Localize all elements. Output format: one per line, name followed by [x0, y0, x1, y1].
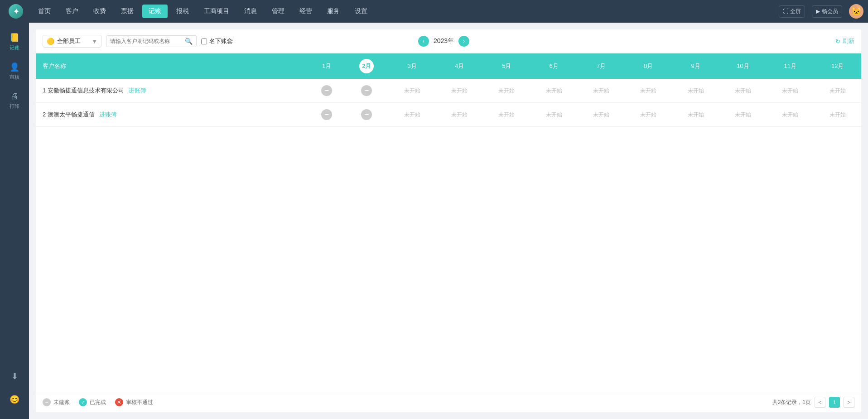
cell-month_6: 未开始: [530, 79, 578, 103]
col-month-1: 1月: [309, 53, 345, 79]
checkbox-account[interactable]: [201, 39, 207, 44]
page-1-button[interactable]: 1: [829, 397, 840, 408]
vip-icon: ▶: [816, 8, 820, 14]
cell-month_11: 未开始: [767, 79, 814, 103]
year-label: 2023年: [434, 37, 454, 45]
cell-month_6: 未开始: [530, 103, 578, 127]
client-name-cell: 1 安徽畅捷通信息技术有限公司进账簿: [36, 79, 309, 103]
sidebar-bottom: ⬇ 😊: [10, 366, 19, 419]
col-month-5: 5月: [483, 53, 530, 79]
col-month-4: 4月: [436, 53, 483, 79]
col-month-6: 6月: [530, 53, 578, 79]
nav-bookkeeping[interactable]: 记账: [142, 5, 168, 18]
enter-ledger-link[interactable]: 进账簿: [129, 87, 146, 94]
checkbox-label[interactable]: 名下账套: [201, 37, 233, 45]
sidebar-item-audit-label: 审核: [10, 74, 19, 81]
refresh-button[interactable]: ↻ 刷新: [835, 37, 854, 45]
prev-page-button[interactable]: <: [815, 397, 825, 408]
status-minus-icon[interactable]: −: [321, 85, 332, 96]
cell-month_4: 未开始: [436, 79, 483, 103]
nav-settings[interactable]: 设置: [348, 5, 374, 18]
content: 🟡 全部员工 ▼ 🔍 名下账套 ‹ 2023年 ›: [29, 23, 868, 419]
enter-ledger-link[interactable]: 进账簿: [99, 111, 117, 118]
nav-right: ⛶ 全屏 ▶ 畅会员 🐱: [779, 4, 863, 19]
current-month-badge: 2月: [359, 59, 374, 73]
user-icon: 😊: [10, 395, 19, 405]
print-icon: 🖨: [10, 92, 19, 101]
cell-month_7: 未开始: [578, 79, 625, 103]
client-name-cell: 2 澳澳太平畅捷通信进账簿: [36, 103, 309, 127]
not-started-label: 未开始: [404, 111, 420, 118]
refresh-icon: ↻: [835, 38, 840, 45]
cell-month_2[interactable]: −: [345, 79, 388, 103]
nav-fee[interactable]: 收费: [87, 5, 112, 18]
nav-business[interactable]: 工商项目: [198, 5, 236, 18]
employee-label: 全部员工: [57, 37, 81, 45]
employee-select[interactable]: 🟡 全部员工 ▼: [43, 35, 101, 48]
search-input[interactable]: [110, 38, 182, 44]
not-started-label: 未开始: [451, 87, 468, 94]
nav-manage[interactable]: 管理: [265, 5, 291, 18]
search-icon[interactable]: 🔍: [185, 38, 193, 45]
nav-tax[interactable]: 报税: [170, 5, 195, 18]
nav-client[interactable]: 客户: [59, 5, 85, 18]
main-layout: 📒 记账 👤 审核 🖨 打印 ⬇ 😊 🟡 全部员工: [0, 23, 868, 419]
not-started-label: 未开始: [688, 87, 704, 94]
vip-button[interactable]: ▶ 畅会员: [812, 5, 842, 18]
status-minus-icon[interactable]: −: [321, 109, 332, 120]
cell-month_2[interactable]: −: [345, 103, 388, 127]
search-box: 🔍: [106, 35, 197, 47]
col-month-7: 7月: [578, 53, 625, 79]
logo: ✦: [5, 4, 27, 19]
sidebar-item-bookkeeping[interactable]: 📒 记账: [0, 27, 29, 57]
nav-message[interactable]: 消息: [238, 5, 263, 18]
footer: − 未建账 ✓ 已完成 ✕ 审核不通过 共2条记录，1页 < 1 >: [36, 392, 861, 412]
legend-complete-label: 已完成: [90, 399, 106, 406]
total-label: 共2条记录，1页: [772, 399, 811, 406]
client-name: 澳澳太平畅捷通信: [48, 111, 95, 118]
download-icon: ⬇: [11, 371, 18, 381]
sidebar-item-audit[interactable]: 👤 审核: [0, 57, 29, 86]
col-month-3: 3月: [389, 53, 436, 79]
nav-service[interactable]: 服务: [321, 5, 346, 18]
cell-month_12: 未开始: [814, 79, 861, 103]
client-name: 安徽畅捷通信息技术有限公司: [48, 87, 124, 94]
cell-month_12: 未开始: [814, 103, 861, 127]
legend-not-built-label: 未建账: [53, 399, 70, 406]
client-index: 2: [43, 111, 48, 118]
sidebar-user[interactable]: 😊: [10, 389, 19, 410]
prev-year-button[interactable]: ‹: [418, 36, 429, 47]
sidebar: 📒 记账 👤 审核 🖨 打印 ⬇ 😊: [0, 23, 29, 419]
client-index: 1: [43, 87, 48, 94]
fullscreen-label: 全屏: [790, 8, 801, 15]
col-month-9: 9月: [672, 53, 719, 79]
col-month-12: 12月: [814, 53, 861, 79]
next-page-button[interactable]: >: [844, 397, 854, 408]
nav-home[interactable]: 首页: [32, 5, 57, 18]
sidebar-item-print-label: 打印: [10, 103, 19, 110]
cell-month_1[interactable]: −: [309, 103, 345, 127]
not-started-label: 未开始: [735, 87, 751, 94]
table-container: 客户名称 1月 2月 3月 4月 5月 6月 7月 8月 9月: [36, 53, 861, 392]
sidebar-download[interactable]: ⬇: [10, 366, 19, 387]
cell-month_3: 未开始: [389, 79, 436, 103]
cell-month_8: 未开始: [625, 79, 672, 103]
cell-month_1[interactable]: −: [309, 79, 345, 103]
vip-label: 畅会员: [822, 8, 838, 15]
status-minus-icon[interactable]: −: [361, 109, 372, 120]
status-minus-icon[interactable]: −: [361, 85, 372, 96]
main-table: 客户名称 1月 2月 3月 4月 5月 6月 7月 8月 9月: [36, 53, 861, 127]
sidebar-item-print[interactable]: 🖨 打印: [0, 86, 29, 115]
cell-month_9: 未开始: [672, 79, 719, 103]
cell-month_3: 未开始: [389, 103, 436, 127]
not-started-label: 未开始: [782, 87, 798, 94]
fullscreen-button[interactable]: ⛶ 全屏: [779, 5, 805, 18]
cell-month_10: 未开始: [719, 103, 767, 127]
nav-invoice[interactable]: 票据: [115, 5, 140, 18]
not-started-label: 未开始: [829, 111, 846, 118]
fullscreen-icon: ⛶: [783, 8, 788, 14]
next-year-button[interactable]: ›: [458, 36, 469, 47]
avatar[interactable]: 🐱: [849, 4, 863, 19]
col-month-2: 2月: [345, 53, 388, 79]
nav-operation[interactable]: 经营: [293, 5, 318, 18]
